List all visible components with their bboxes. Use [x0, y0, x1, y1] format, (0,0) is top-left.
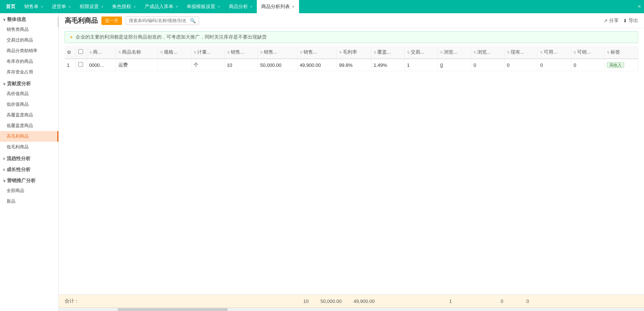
search-input[interactable] — [129, 18, 190, 23]
sidebar-item-商品分类助销率[interactable]: 商品分类助销率 — [0, 46, 58, 56]
content-area: 高毛利商品 近一月 🔍 ↗ 分享 ⬇ 导出 ✦ 企业的主要的利润都是这部分商品创… — [59, 13, 644, 311]
col-header-7[interactable]: ⇅销售... — [258, 46, 297, 59]
group-arrow: ∨ — [3, 82, 6, 86]
col-header-9[interactable]: ⇅毛利率 — [337, 46, 371, 59]
nav-close-角色授权[interactable]: × — [133, 4, 136, 9]
sidebar-item-库存资金占用[interactable]: 库存资金占用 — [0, 67, 58, 77]
sidebar-item-高价值商品[interactable]: 高价值商品 — [0, 88, 58, 99]
sidebar-item-低毛利商品[interactable]: 低毛利商品 — [0, 142, 58, 152]
sidebar-group-流趋性分析[interactable]: >流趋性分析 — [0, 152, 58, 163]
nav-item-商品分析[interactable]: 商品分析× — [224, 0, 257, 13]
group-arrow: > — [3, 157, 5, 161]
nav-item-单据模板设置[interactable]: 单据模板设置× — [182, 0, 224, 13]
export-button[interactable]: ⬇ 导出 — [623, 17, 638, 24]
col-header-12[interactable]: ⇅浏览... — [438, 46, 471, 59]
footer-cell-14: 0 — [506, 299, 531, 304]
footer-cell-10 — [403, 299, 428, 304]
nav-item-权限设置[interactable]: 权限设置× — [75, 0, 108, 13]
footer-cell-9 — [377, 299, 403, 304]
col-header-14[interactable]: ⇅现有... — [504, 46, 538, 59]
row-sellable: 0 — [571, 59, 605, 71]
top-nav: 首页销售单×进货单×权限设置×角色授权×产成品入库单×单据模板设置×商品分析×商… — [0, 0, 644, 13]
footer-cell-12 — [454, 299, 480, 304]
col-header-15[interactable]: ⇅可用... — [538, 46, 571, 59]
sidebar-item-有库存的商品[interactable]: 有库存的商品 — [0, 56, 58, 67]
row-coverage: 1.49% — [371, 59, 404, 71]
share-button[interactable]: ↗ 分享 — [604, 17, 619, 24]
sidebar-item-高毛利商品[interactable]: 高毛利商品 — [0, 131, 58, 142]
sidebar-item-新品[interactable]: 新品 — [0, 196, 58, 207]
sidebar-item-低价值商品[interactable]: 低价值商品 — [0, 99, 58, 110]
row-no: 1 — [65, 59, 76, 71]
sidebar-group-整体信息[interactable]: ∨整体信息 — [0, 13, 58, 24]
footer-cell-0 — [131, 299, 142, 304]
tip-icon: ✦ — [69, 35, 73, 40]
sidebar-item-交易过的商品[interactable]: 交易过的商品 — [0, 35, 58, 46]
row-tag: 高收入 — [604, 59, 638, 71]
sidebar-group-营销推广分析[interactable]: ∨营销推广分析 — [0, 174, 58, 185]
col-header-17[interactable]: ⇅标签 — [604, 46, 638, 59]
footer-cell-7: 50,000.00 — [311, 299, 344, 304]
row-checkbox[interactable] — [76, 59, 87, 71]
nav-close-商品分析[interactable]: × — [250, 4, 252, 9]
sidebar-item-高覆盖度商品[interactable]: 高覆盖度商品 — [0, 110, 58, 120]
window-close-button[interactable]: × — [638, 3, 641, 10]
search-box: 🔍 — [126, 17, 199, 25]
footer-cell-6: 10 — [281, 299, 311, 304]
col-header-8[interactable]: ⇅销售... — [297, 46, 337, 59]
group-arrow: > — [3, 168, 5, 172]
sidebar-item-销售类商品[interactable]: 销售类商品 — [0, 24, 58, 35]
nav-close-销售单[interactable]: × — [41, 4, 43, 9]
header-actions: ↗ 分享 ⬇ 导出 — [604, 17, 638, 24]
row-sales1: 10 — [224, 59, 258, 71]
sidebar-item-全部商品[interactable]: 全部商品 — [0, 185, 58, 196]
select-all-checkbox[interactable] — [78, 49, 83, 54]
nav-close-单据模板设置[interactable]: × — [217, 4, 220, 9]
nav-close-进货单[interactable]: × — [68, 4, 71, 9]
col-header-11[interactable]: ⇅交易... — [404, 46, 438, 59]
nav-item-首页[interactable]: 首页 — [1, 0, 20, 13]
footer-cell-4 — [230, 299, 259, 304]
col-header-4[interactable]: ⇅规格... — [158, 46, 191, 59]
row-spec — [158, 59, 191, 71]
nav-item-产成品入库单[interactable]: 产成品入库单× — [140, 0, 182, 13]
nav-close-商品分析列表[interactable]: × — [292, 4, 294, 9]
bottom-scrollbar[interactable] — [59, 307, 644, 311]
nav-close-产成品入库单[interactable]: × — [176, 4, 178, 9]
settings-icon[interactable]: ⚙ — [67, 50, 71, 55]
nav-item-进货单[interactable]: 进货单× — [47, 0, 75, 13]
page-title: 高毛利商品 — [65, 16, 98, 25]
col-header-13[interactable]: ⇅浏览... — [471, 46, 505, 59]
sidebar-group-贡献度分析[interactable]: ∨贡献度分析 — [0, 77, 58, 88]
filter-recent-button[interactable]: 近一月 — [101, 17, 122, 25]
search-icon[interactable]: 🔍 — [190, 18, 196, 23]
export-icon: ⬇ — [623, 18, 627, 23]
sidebar-group-成长性分析[interactable]: >成长性分析 — [0, 163, 58, 174]
col-header-2[interactable]: ⇅商... — [87, 46, 116, 59]
sidebar: « ∨整体信息销售类商品交易过的商品商品分类助销率有库存的商品库存资金占用∨贡献… — [0, 13, 59, 311]
content-header: 高毛利商品 近一月 🔍 ↗ 分享 ⬇ 导出 — [59, 13, 644, 28]
footer-bar: 合计： 1050,000.0049,900.00100 — [59, 294, 644, 307]
nav-item-销售单[interactable]: 销售单× — [20, 0, 47, 13]
col-header-3[interactable]: ⇅商品名称 — [116, 46, 158, 59]
info-bar: ✦ 企业的主要的利润都是这部分商品创造的，可考虑加大推广，同时关注库存是不要出现… — [65, 31, 638, 43]
col-header-10[interactable]: ⇅覆盖... — [371, 46, 404, 59]
row-name: 运费 — [116, 59, 158, 71]
footer-cell-3 — [182, 299, 230, 304]
nav-close-权限设置[interactable]: × — [101, 4, 103, 9]
col-header-16[interactable]: ⇅可销... — [571, 46, 605, 59]
nav-item-角色授权[interactable]: 角色授权× — [108, 0, 140, 13]
nav-item-商品分析列表[interactable]: 商品分析列表× — [257, 0, 299, 13]
sidebar-collapse-button[interactable]: « — [58, 17, 59, 27]
main-layout: « ∨整体信息销售类商品交易过的商品商品分类助销率有库存的商品库存资金占用∨贡献… — [0, 13, 644, 311]
row-browse1[interactable]: 0 — [438, 59, 471, 71]
footer-cell-16 — [557, 299, 583, 304]
col-header-6[interactable]: ⇅销售... — [224, 46, 258, 59]
col-header-0: ⚙ — [65, 46, 76, 59]
row-trade: 1 — [404, 59, 438, 71]
data-table: ⚙⇅商...⇅商品名称⇅规格...⇅计量...⇅销售...⇅销售...⇅销售..… — [65, 46, 638, 71]
total-values: 1050,000.0049,900.00100 — [131, 299, 583, 304]
sidebar-item-低覆盖度商品[interactable]: 低覆盖度商品 — [0, 120, 58, 131]
col-header-5[interactable]: ⇅计量... — [191, 46, 224, 59]
footer-cell-2 — [153, 299, 182, 304]
